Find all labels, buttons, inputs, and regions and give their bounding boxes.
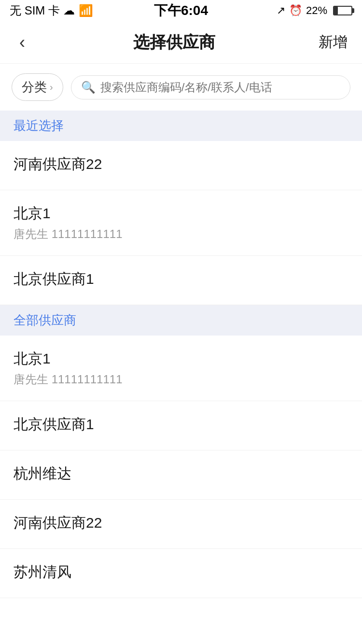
battery-icon [333,6,352,15]
supplier-name: 苏州清风 [14,562,348,582]
list-item[interactable]: 北京1唐先生 11111111111 [0,190,362,256]
status-right: ↗ ⏰ 22% [277,4,352,17]
supplier-list: 最近选择河南供应商22北京1唐先生 11111111111北京供应商1全部供应商… [0,111,362,598]
status-bar: 无 SIM 卡 ☁ 📶 下午6:04 ↗ ⏰ 22% [0,0,362,21]
section-header-recent: 最近选择 [0,111,362,141]
list-item[interactable]: 北京供应商1 [0,256,362,305]
supplier-name: 杭州维达 [14,464,348,484]
page-title: 选择供应商 [133,31,215,54]
list-item[interactable]: 北京1唐先生 11111111111 [0,336,362,401]
status-time: 下午6:04 [154,1,208,20]
supplier-name: 北京供应商1 [14,415,348,434]
location-icon: ↗ [277,4,285,17]
status-left: 无 SIM 卡 ☁ 📶 [10,3,93,18]
no-sim-label: 无 SIM 卡 ☁ [10,3,75,18]
alarm-icon: ⏰ [289,4,302,17]
supplier-sub: 唐先生 11111111111 [14,226,348,242]
supplier-sub: 唐先生 11111111111 [14,372,348,387]
list-item[interactable]: 杭州维达 [0,450,362,500]
add-button[interactable]: 新增 [319,32,348,52]
list-item[interactable]: 河南供应商22 [0,500,362,549]
category-label: 分类 [22,79,47,96]
list-item[interactable]: 河南供应商22 [0,141,362,190]
list-item[interactable]: 北京供应商1 [0,401,362,450]
supplier-name: 河南供应商22 [14,154,348,174]
search-input[interactable] [100,81,340,94]
section-header-all: 全部供应商 [0,305,362,336]
supplier-name: 北京1 [14,204,348,224]
category-filter-button[interactable]: 分类 › [12,73,63,101]
search-icon: 🔍 [81,81,96,94]
wifi-icon: 📶 [79,4,93,17]
nav-bar: ‹ 选择供应商 新增 [0,21,362,64]
search-box: 🔍 [71,75,350,99]
supplier-name: 北京供应商1 [14,269,348,289]
back-button[interactable]: ‹ [14,28,30,57]
filter-row: 分类 › 🔍 [0,64,362,111]
list-item[interactable]: 苏州清风 [0,549,362,598]
chevron-right-icon: › [50,82,53,93]
supplier-name: 河南供应商22 [14,513,348,533]
supplier-name: 北京1 [14,349,348,369]
battery-percent: 22% [306,4,327,17]
